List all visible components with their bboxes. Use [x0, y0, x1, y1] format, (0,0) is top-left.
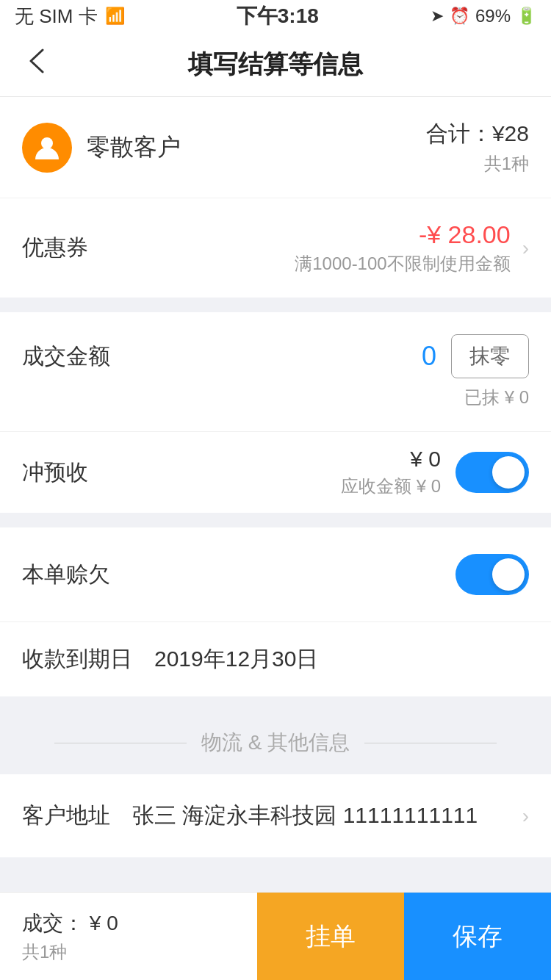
status-time: 下午3:18 [237, 2, 319, 30]
address-row[interactable]: 客户地址 张三 海淀永丰科技园 11111111111 › [0, 774, 551, 857]
hang-order-button[interactable]: 挂单 [257, 893, 404, 981]
status-bar: 无 SIM 卡 📶 下午3:18 ➤ ⏰ 69% 🔋 [0, 0, 551, 32]
deal-amount-value: 0 [422, 341, 436, 372]
location-icon: ➤ [431, 7, 444, 26]
svg-point-0 [41, 137, 53, 149]
wifi-icon: 📶 [105, 7, 125, 26]
bottom-deal-line: 成交： ¥ 0 [22, 909, 235, 937]
bottom-deal-label: 成交： [22, 912, 84, 934]
nav-bar: 填写结算等信息 [0, 32, 551, 97]
coupon-chevron-icon: › [522, 237, 529, 260]
battery-icon: 🔋 [516, 7, 536, 26]
due-date-label: 收款到期日 [22, 644, 132, 674]
back-button[interactable] [22, 41, 51, 87]
debt-label: 本单赊欠 [22, 560, 110, 590]
coupon-note: 满1000-100不限制使用金额 [295, 252, 510, 275]
round-zero-button[interactable]: 抹零 [451, 334, 529, 378]
deal-amount-right: 0 抹零 [422, 334, 529, 378]
coupon-right: -¥ 28.00 满1000-100不限制使用金额 › [295, 220, 529, 275]
due-date-value: 2019年12月30日 [154, 644, 318, 674]
coupon-row[interactable]: 优惠券 -¥ 28.00 满1000-100不限制使用金额 › [0, 198, 551, 298]
customer-card: 零散客户 合计：¥28 共1种 优惠券 -¥ 28.00 满1000-100不限… [0, 97, 551, 298]
address-chevron-icon: › [522, 804, 529, 828]
deal-amount-row: 成交金额 0 抹零 [0, 312, 551, 386]
total-amount: 合计：¥28 [426, 119, 529, 149]
total-count: 共1种 [426, 152, 529, 176]
coupon-value: -¥ 28.00 满1000-100不限制使用金额 [295, 220, 510, 275]
logistics-title: 物流 & 其他信息 [22, 729, 529, 757]
prepayment-row: 冲预收 ¥ 0 应收金额 ¥ 0 [0, 431, 551, 513]
customer-right: 合计：¥28 共1种 [426, 119, 529, 176]
status-left: 无 SIM 卡 📶 [15, 4, 125, 29]
coupon-label: 优惠券 [22, 233, 88, 263]
deal-amount-sub: 已抹 ¥ 0 [0, 386, 551, 431]
page-title: 填写结算等信息 [188, 48, 363, 82]
prepayment-right: ¥ 0 应收金额 ¥ 0 [341, 447, 529, 498]
address-value: 张三 海淀永丰科技园 11111111111 [132, 801, 522, 831]
address-card: 客户地址 张三 海淀永丰科技园 11111111111 › [0, 774, 551, 857]
prepayment-receivable: 应收金额 ¥ 0 [341, 475, 441, 498]
prepayment-values: ¥ 0 应收金额 ¥ 0 [341, 447, 441, 498]
coupon-discount: -¥ 28.00 [295, 220, 510, 249]
customer-row: 零散客户 合计：¥28 共1种 [0, 97, 551, 198]
prepayment-label: 冲预收 [22, 458, 88, 488]
status-right: ➤ ⏰ 69% 🔋 [431, 6, 536, 26]
deal-amount-label: 成交金额 [22, 342, 110, 372]
logistics-title-text: 物流 & 其他信息 [201, 729, 350, 757]
logistics-header: 物流 & 其他信息 [0, 711, 551, 774]
alarm-icon: ⏰ [450, 7, 469, 26]
content-area: 零散客户 合计：¥28 共1种 优惠券 -¥ 28.00 满1000-100不限… [0, 97, 551, 968]
save-button[interactable]: 保存 [404, 893, 551, 981]
bottom-summary: 成交： ¥ 0 共1种 [0, 909, 257, 964]
prepayment-toggle[interactable] [455, 452, 529, 493]
debt-card: 本单赊欠 收款到期日 2019年12月30日 [0, 527, 551, 696]
debt-toggle[interactable] [455, 554, 529, 595]
address-label: 客户地址 [22, 801, 110, 831]
bottom-bar: 成交： ¥ 0 共1种 挂单 保存 [0, 892, 551, 980]
debt-row: 本单赊欠 [0, 527, 551, 621]
prepayment-amount: ¥ 0 [341, 447, 441, 472]
bottom-count: 共1种 [22, 940, 235, 964]
deal-amount-card: 成交金额 0 抹零 已抹 ¥ 0 冲预收 ¥ 0 应收金额 ¥ 0 [0, 312, 551, 513]
customer-avatar [22, 123, 72, 173]
due-date-row: 收款到期日 2019年12月30日 [0, 621, 551, 696]
customer-name: 零散客户 [87, 131, 181, 164]
carrier-text: 无 SIM 卡 [15, 4, 98, 29]
battery-text: 69% [475, 6, 511, 26]
customer-left: 零散客户 [22, 123, 181, 173]
bottom-deal-amount: ¥ 0 [90, 912, 118, 934]
